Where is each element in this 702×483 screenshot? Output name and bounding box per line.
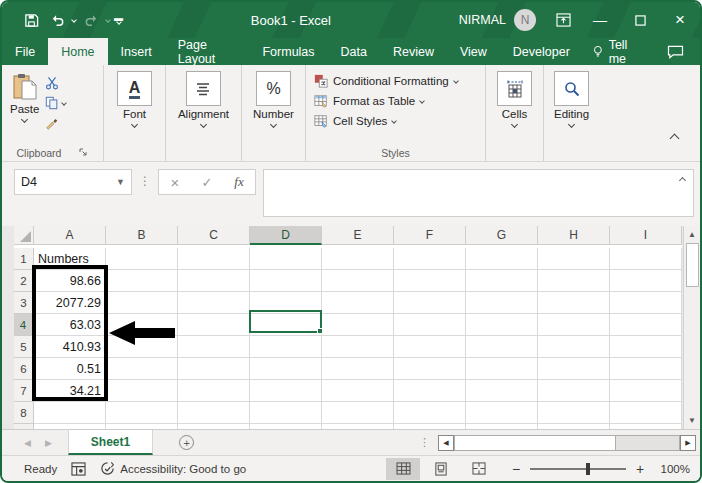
tab-developer[interactable]: Developer [500, 38, 583, 65]
cell-E8[interactable] [322, 402, 394, 424]
macro-record-icon[interactable] [71, 462, 86, 476]
cell-B9[interactable] [106, 424, 178, 429]
tab-home[interactable]: Home [48, 38, 107, 65]
cell-A9[interactable] [34, 424, 106, 429]
save-icon[interactable] [20, 9, 42, 31]
alignment-button[interactable]: Alignment [178, 71, 229, 127]
cell-I7[interactable] [610, 380, 682, 402]
formula-input[interactable] [263, 169, 694, 217]
cell-B2[interactable] [106, 270, 178, 292]
cell-A4[interactable]: 63.03 [34, 314, 106, 336]
horizontal-scrollbar[interactable]: ◀ ▶ [438, 430, 696, 455]
cell-I1[interactable] [610, 248, 682, 270]
zoom-slider[interactable] [530, 468, 626, 470]
row-header-3[interactable]: 3 [14, 292, 34, 314]
zoom-level[interactable]: 100% [654, 463, 690, 475]
cell-G5[interactable] [466, 336, 538, 358]
cell-C6[interactable] [178, 358, 250, 380]
cell-B5[interactable] [106, 336, 178, 358]
cell-F9[interactable] [394, 424, 466, 429]
undo-dropdown-icon[interactable] [71, 17, 77, 23]
cell-B4[interactable] [106, 314, 178, 336]
normal-view-button[interactable] [386, 458, 420, 480]
column-header-E[interactable]: E [322, 226, 394, 245]
zoom-out-button[interactable]: − [510, 461, 522, 477]
cell-C9[interactable] [178, 424, 250, 429]
cell-F3[interactable] [394, 292, 466, 314]
cell-C1[interactable] [178, 248, 250, 270]
scroll-left-icon[interactable]: ◀ [438, 435, 454, 451]
cell-E6[interactable] [322, 358, 394, 380]
tab-formulas[interactable]: Formulas [249, 38, 327, 65]
cell-G3[interactable] [466, 292, 538, 314]
cut-button[interactable] [45, 75, 66, 90]
account-area[interactable]: NIRMAL N [459, 9, 536, 31]
column-header-A[interactable]: A [34, 226, 106, 245]
insert-function-icon[interactable]: fx [223, 170, 255, 194]
ribbon-display-options-icon[interactable] [546, 5, 580, 35]
cell-E5[interactable] [322, 336, 394, 358]
column-header-H[interactable]: H [538, 226, 610, 245]
fill-handle[interactable] [317, 328, 323, 334]
cell-styles-button[interactable]: Cell Styles [314, 113, 458, 129]
cell-G8[interactable] [466, 402, 538, 424]
page-layout-view-button[interactable] [424, 458, 458, 480]
cell-I8[interactable] [610, 402, 682, 424]
selected-cell-d4[interactable] [249, 310, 322, 333]
copy-button[interactable] [45, 95, 66, 110]
row-header-1[interactable]: 1 [14, 248, 34, 270]
cells-button[interactable]: Cells [497, 71, 532, 127]
cell-G4[interactable] [466, 314, 538, 336]
maximize-button[interactable] [620, 5, 660, 35]
cell-D1[interactable] [250, 248, 322, 270]
expand-formula-bar-icon[interactable] [679, 177, 686, 184]
cell-F6[interactable] [394, 358, 466, 380]
vertical-scrollbar[interactable]: ▲ ▼ [683, 226, 700, 429]
cell-G2[interactable] [466, 270, 538, 292]
row-header-5[interactable]: 5 [14, 336, 34, 358]
customize-qat-icon[interactable]: ▬ [114, 16, 123, 24]
cell-F4[interactable] [394, 314, 466, 336]
cell-F7[interactable] [394, 380, 466, 402]
cancel-icon[interactable]: × [159, 170, 191, 194]
cell-E7[interactable] [322, 380, 394, 402]
column-header-C[interactable]: C [178, 226, 250, 245]
cell-D9[interactable] [250, 424, 322, 429]
undo-icon[interactable] [46, 9, 68, 31]
zoom-in-button[interactable]: + [634, 461, 646, 477]
row-header-7[interactable]: 7 [14, 380, 34, 402]
cell-H8[interactable] [538, 402, 610, 424]
comments-icon[interactable] [651, 38, 700, 65]
prev-sheet-icon[interactable]: ◀ [24, 438, 31, 448]
cell-H4[interactable] [538, 314, 610, 336]
cell-C3[interactable] [178, 292, 250, 314]
cell-C4[interactable] [178, 314, 250, 336]
cell-A6[interactable]: 0.51 [34, 358, 106, 380]
cell-G7[interactable] [466, 380, 538, 402]
row-header-2[interactable]: 2 [14, 270, 34, 292]
select-all-corner[interactable] [14, 226, 34, 245]
format-painter-button[interactable] [45, 115, 66, 130]
cell-A1[interactable]: Numbers [34, 248, 106, 270]
font-button[interactable]: A Font [117, 71, 152, 127]
cell-C8[interactable] [178, 402, 250, 424]
collapse-ribbon-icon[interactable] [657, 135, 692, 144]
scroll-down-icon[interactable]: ▼ [684, 412, 700, 429]
cell-I3[interactable] [610, 292, 682, 314]
column-header-D[interactable]: D [250, 226, 322, 245]
paste-button[interactable]: Paste [10, 71, 39, 122]
cell-I6[interactable] [610, 358, 682, 380]
cell-H9[interactable] [538, 424, 610, 429]
cell-B3[interactable] [106, 292, 178, 314]
cell-I9[interactable] [610, 424, 682, 429]
cell-G6[interactable] [466, 358, 538, 380]
cell-H1[interactable] [538, 248, 610, 270]
minimize-button[interactable]: — [580, 5, 620, 35]
cell-F5[interactable] [394, 336, 466, 358]
cell-G9[interactable] [466, 424, 538, 429]
redo-icon[interactable] [80, 9, 102, 31]
number-button[interactable]: % Number [253, 71, 294, 127]
tell-me-box[interactable]: Tell me [583, 38, 651, 65]
zoom-slider-thumb[interactable] [586, 463, 590, 475]
cell-B7[interactable] [106, 380, 178, 402]
